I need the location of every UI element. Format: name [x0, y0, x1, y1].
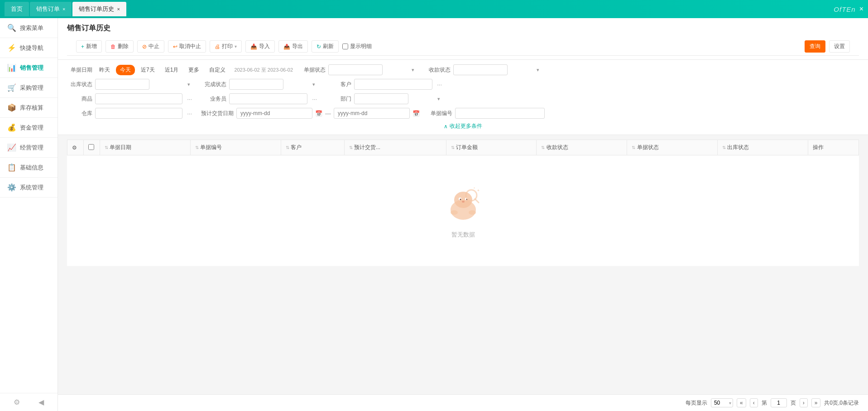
- complete-status-select[interactable]: [229, 79, 283, 90]
- select-all-checkbox[interactable]: [88, 144, 94, 150]
- th-order-amount[interactable]: ⇅ 订单金额: [446, 140, 537, 155]
- sidebar-item-inventory[interactable]: 📦 库存核算: [0, 98, 58, 118]
- outbound-status-label: 出库状态: [67, 81, 92, 88]
- empty-row: ✦ ✦ 暂无数据: [67, 155, 859, 266]
- department-select[interactable]: [354, 93, 408, 104]
- sidebar-item-base-info[interactable]: 📋 基础信息: [0, 158, 58, 178]
- sidebar-item-quick-nav[interactable]: ⚡ 快捷导航: [0, 38, 58, 58]
- sidebar-item-sales-mgmt[interactable]: 📊 销售管理: [0, 58, 58, 78]
- sidebar-item-system-mgmt-label: 系统管理: [20, 184, 43, 192]
- table-body: ✦ ✦ 暂无数据: [67, 155, 859, 266]
- th-delivery-date[interactable]: ⇅ 预计交货...: [344, 140, 446, 155]
- filter-group-warehouse: 仓库 ···: [67, 108, 194, 119]
- collapse-button[interactable]: ∧ 收起更多条件: [67, 122, 859, 130]
- delete-button[interactable]: 🗑 删除: [106, 40, 134, 53]
- payment-status-select[interactable]: [453, 64, 508, 75]
- add-button[interactable]: + 新增: [76, 40, 102, 53]
- warehouse-ellipsis[interactable]: ···: [185, 110, 194, 117]
- th-doc-no[interactable]: ⇅ 单据编号: [190, 140, 281, 155]
- tab-sales-order-close[interactable]: ×: [62, 6, 65, 12]
- sidebar: 🔍 搜索菜单 ⚡ 快捷导航 📊 销售管理 🛒 采购管理 📦 库存核算 💰 资金管…: [0, 18, 58, 411]
- display-detail-input[interactable]: [342, 44, 348, 49]
- import-button[interactable]: 📥 导入: [245, 40, 275, 53]
- date-tag-1month[interactable]: 近1月: [161, 65, 183, 75]
- doc-no-input[interactable]: [455, 108, 545, 119]
- sidebar-item-system-mgmt[interactable]: ⚙️ 系统管理: [0, 178, 58, 198]
- customer-input[interactable]: [354, 79, 432, 90]
- th-payment-status-label: 收款状态: [547, 144, 568, 150]
- sidebar-item-purchase-mgmt-label: 采购管理: [20, 84, 43, 92]
- sidebar-item-search-menu[interactable]: 🔍 搜索菜单: [0, 18, 58, 38]
- topbar-close-btn[interactable]: ×: [859, 5, 863, 13]
- pagination: 每页显示 50 10 20 100 ▾ « ‹ 第 页 › » 共0页,0条记录: [58, 394, 868, 411]
- sidebar-collapse-icon[interactable]: ◀: [38, 398, 44, 406]
- filter-group-delivery-date: 预计交货日期 📅 — 📅: [201, 108, 420, 119]
- th-payment-status[interactable]: ⇅ 收款状态: [537, 140, 627, 155]
- sidebar-item-purchase-mgmt[interactable]: 🛒 采购管理: [0, 78, 58, 98]
- date-tag-yesterday[interactable]: 昨天: [95, 65, 114, 75]
- date-tag-today[interactable]: 今天: [116, 65, 135, 75]
- purchase-mgmt-icon: 🛒: [7, 83, 16, 92]
- operations-icon: 📈: [7, 143, 16, 152]
- delivery-date-to-input[interactable]: [334, 108, 410, 119]
- display-detail-checkbox[interactable]: 显示明细: [342, 43, 372, 50]
- tab-home[interactable]: 首页: [5, 2, 29, 16]
- export-button[interactable]: 📤 导出: [278, 40, 308, 53]
- customer-ellipsis[interactable]: ···: [435, 81, 444, 88]
- refresh-button[interactable]: ↻ 刷新: [312, 40, 339, 53]
- delivery-date-to-calendar-icon[interactable]: 📅: [412, 110, 420, 117]
- date-tag-7days[interactable]: 近7天: [137, 65, 159, 75]
- date-tag-more[interactable]: 更多: [184, 65, 203, 75]
- delivery-date-from-input[interactable]: [236, 108, 312, 119]
- settings-button[interactable]: 设置: [829, 40, 850, 53]
- goods-ellipsis[interactable]: ···: [185, 96, 194, 102]
- sidebar-item-operations[interactable]: 📈 经营管理: [0, 138, 58, 158]
- th-customer[interactable]: ⇅ 客户: [281, 140, 344, 155]
- date-tag-custom[interactable]: 自定义: [205, 65, 230, 75]
- sort-icon-payment: ⇅: [541, 145, 545, 150]
- th-settings[interactable]: ⚙: [67, 140, 84, 155]
- prev-page-button[interactable]: ‹: [750, 398, 758, 407]
- th-checkbox[interactable]: [84, 140, 100, 155]
- th-doc-status-label: 单据状态: [637, 144, 659, 150]
- th-doc-status[interactable]: ⇅ 单据状态: [627, 140, 718, 155]
- sidebar-settings-icon[interactable]: ⚙: [14, 398, 20, 406]
- sidebar-item-finance[interactable]: 💰 资金管理: [0, 118, 58, 138]
- import-icon: 📥: [250, 44, 257, 50]
- empty-cell: ✦ ✦ 暂无数据: [67, 155, 859, 266]
- tab-sales-order-label: 销售订单: [36, 5, 60, 13]
- per-page-select[interactable]: 50 10 20 100: [711, 398, 733, 407]
- th-doc-date[interactable]: ⇅ 单据日期: [100, 140, 191, 155]
- tab-sales-order-history-close[interactable]: ×: [117, 6, 120, 12]
- sidebar-item-operations-label: 经营管理: [20, 144, 43, 152]
- page-number-input[interactable]: [771, 398, 787, 407]
- table-area: ⚙ ⇅ 单据日期 ⇅ 单据编号: [58, 135, 868, 394]
- tab-sales-order-history[interactable]: 销售订单历史 ×: [72, 2, 126, 16]
- salesperson-input[interactable]: [229, 93, 307, 104]
- warehouse-input[interactable]: [95, 108, 182, 119]
- svg-point-6: [462, 201, 465, 203]
- cancel-stop-button[interactable]: ↩ 取消中止: [168, 40, 206, 53]
- system-mgmt-icon: ⚙️: [7, 183, 16, 192]
- th-order-amount-label: 订单金额: [456, 144, 478, 150]
- search-menu-icon: 🔍: [7, 24, 16, 32]
- doc-status-select[interactable]: [328, 64, 383, 75]
- goods-input[interactable]: [95, 93, 182, 104]
- tab-sales-order[interactable]: 销售订单 ×: [30, 2, 72, 16]
- last-page-button[interactable]: »: [811, 398, 821, 407]
- outbound-status-select[interactable]: [95, 79, 149, 90]
- per-page-select-wrapper: 50 10 20 100 ▾: [711, 398, 733, 407]
- th-delivery-status[interactable]: ⇅ 出库状态: [718, 140, 808, 155]
- inventory-icon: 📦: [7, 103, 16, 112]
- salesperson-ellipsis[interactable]: ···: [310, 96, 319, 102]
- data-table: ⚙ ⇅ 单据日期 ⇅ 单据编号: [67, 140, 859, 266]
- empty-state: ✦ ✦ 暂无数据: [67, 155, 859, 266]
- topbar-brand: OfTEn: [834, 5, 855, 13]
- query-button[interactable]: 查询: [805, 40, 825, 53]
- print-button[interactable]: 🖨 打印 ▾: [210, 40, 242, 53]
- sidebar-bottom: ⚙ ◀: [0, 393, 58, 411]
- first-page-button[interactable]: «: [737, 398, 746, 407]
- stop-button[interactable]: ⊘ 中止: [137, 40, 164, 53]
- delivery-date-from-calendar-icon[interactable]: 📅: [315, 110, 322, 117]
- next-page-button[interactable]: ›: [800, 398, 808, 407]
